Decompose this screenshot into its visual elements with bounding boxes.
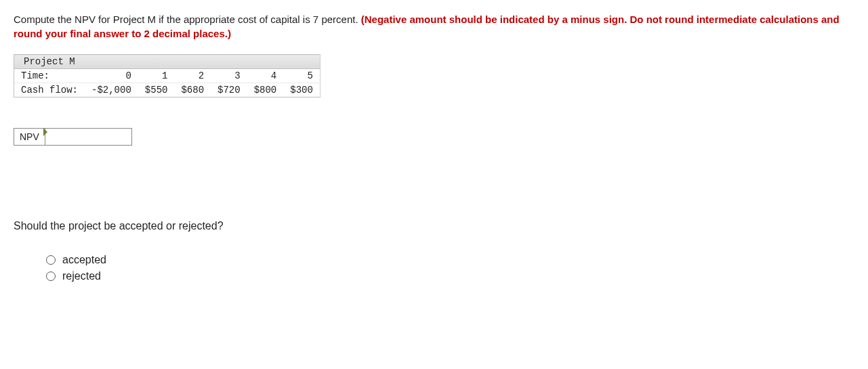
- cell: $720: [211, 83, 247, 97]
- table-title: Project M: [14, 55, 321, 69]
- radio-label: rejected: [62, 270, 101, 282]
- decision-question: Should the project be accepted or reject…: [14, 220, 854, 232]
- radio-item-rejected[interactable]: rejected: [46, 270, 854, 282]
- cell: 2: [174, 69, 211, 83]
- row-label: Cash flow:: [14, 83, 85, 97]
- cell: 5: [283, 69, 320, 83]
- cell: $680: [174, 83, 211, 97]
- table-row: Time: 0 1 2 3 4 5: [14, 69, 321, 83]
- radio-item-accepted[interactable]: accepted: [46, 254, 854, 266]
- cell: $300: [283, 83, 320, 97]
- cashflow-table: Project M Time: 0 1 2 3 4 5 Cash flow: -…: [14, 54, 321, 97]
- cell: 4: [247, 69, 284, 83]
- row-label: Time:: [14, 69, 85, 83]
- cell: $800: [247, 83, 284, 97]
- npv-input[interactable]: [45, 129, 131, 145]
- cell: 0: [85, 69, 138, 83]
- cell: 1: [138, 69, 175, 83]
- cell: -$2,000: [85, 83, 138, 97]
- prompt-part1: Compute the NPV for Project M if the app…: [14, 14, 361, 25]
- cell: $550: [138, 83, 175, 97]
- radio-circle-icon[interactable]: [46, 272, 56, 281]
- radio-group: accepted rejected: [14, 254, 854, 282]
- radio-label: accepted: [62, 254, 106, 266]
- npv-input-cell[interactable]: [45, 128, 132, 146]
- npv-label: NPV: [14, 128, 45, 146]
- radio-circle-icon[interactable]: [46, 255, 56, 265]
- question-prompt: Compute the NPV for Project M if the app…: [14, 12, 854, 41]
- npv-row: NPV: [14, 128, 854, 146]
- table-row: Cash flow: -$2,000 $550 $680 $720 $800 $…: [14, 83, 321, 97]
- cell: 3: [211, 69, 247, 83]
